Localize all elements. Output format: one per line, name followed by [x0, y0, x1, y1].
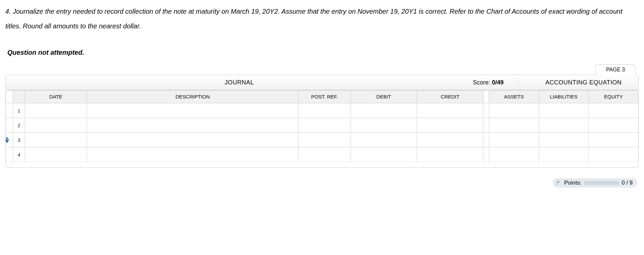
score-value: 0/49 [492, 79, 504, 86]
cell-liabilities[interactable] [539, 133, 589, 147]
cell-assets[interactable] [489, 103, 539, 118]
debit-input[interactable] [351, 133, 417, 147]
row-handle[interactable] [6, 147, 13, 162]
liabilities-input[interactable] [539, 148, 588, 162]
journal-table-container: DATE DESCRIPTION POST. REF. DEBIT CREDIT… [5, 90, 639, 168]
cell-assets[interactable] [489, 133, 539, 147]
liabilities-input[interactable] [539, 118, 588, 132]
cell-description[interactable] [87, 118, 298, 133]
debit-input[interactable] [351, 103, 417, 117]
cell-liabilities[interactable] [539, 118, 589, 133]
move-up-icon[interactable] [5, 137, 9, 140]
debit-input[interactable] [351, 148, 417, 162]
points-label: Points: [564, 180, 582, 186]
header-credit: CREDIT [417, 90, 483, 103]
description-input[interactable] [87, 133, 298, 147]
cell-liabilities[interactable] [539, 147, 589, 162]
assets-input[interactable] [489, 103, 538, 117]
cell-description[interactable] [87, 103, 298, 118]
date-input[interactable] [25, 118, 87, 132]
date-input[interactable] [25, 148, 87, 162]
cell-description[interactable] [87, 147, 298, 162]
row-number: 1 [13, 103, 25, 118]
cell-equity[interactable] [589, 118, 638, 133]
gap-cell [483, 103, 489, 118]
equity-input[interactable] [589, 103, 638, 117]
liabilities-input[interactable] [539, 133, 588, 147]
cell-equity[interactable] [589, 133, 638, 147]
cell-credit[interactable] [417, 118, 483, 133]
assets-input[interactable] [489, 133, 538, 147]
post_ref-input[interactable] [299, 118, 350, 132]
cell-date[interactable] [25, 118, 87, 133]
divider [518, 77, 518, 87]
accounting-equation-heading: ACCOUNTING EQUATION [532, 79, 635, 86]
post_ref-input[interactable] [299, 133, 350, 147]
liabilities-input[interactable] [539, 103, 588, 117]
credit-input[interactable] [417, 133, 483, 147]
attempt-status: Question not attempted. [5, 49, 639, 56]
cell-credit[interactable] [417, 103, 483, 118]
cell-date[interactable] [25, 133, 87, 147]
cell-description[interactable] [87, 133, 298, 147]
table-row: 4 [6, 147, 638, 162]
header-gap [483, 90, 489, 103]
cell-post_ref[interactable] [298, 103, 350, 118]
equity-input[interactable] [589, 118, 638, 132]
question-text: 4. Journalize the entry needed to record… [5, 4, 639, 33]
post_ref-input[interactable] [299, 148, 350, 162]
equity-input[interactable] [589, 148, 638, 162]
cell-equity[interactable] [589, 147, 638, 162]
credit-input[interactable] [417, 148, 483, 162]
gap-cell [483, 147, 489, 162]
description-input[interactable] [87, 118, 298, 132]
header-debit: DEBIT [351, 90, 417, 103]
header-assets: ASSETS [489, 90, 539, 103]
journal-title-bar: JOURNAL Score: 0/49 ACCOUNTING EQUATION [5, 75, 639, 90]
move-down-icon[interactable] [5, 140, 9, 143]
row-handle[interactable] [6, 103, 13, 118]
score-label: Score: [473, 79, 490, 86]
assets-input[interactable] [489, 118, 538, 132]
cell-post_ref[interactable] [298, 118, 350, 133]
header-description: DESCRIPTION [87, 90, 298, 103]
row-handle[interactable] [6, 133, 13, 147]
cell-debit[interactable] [351, 147, 417, 162]
table-row: 3 [6, 133, 638, 147]
credit-input[interactable] [417, 118, 483, 132]
header-liabilities: LIABILITIES [539, 90, 589, 103]
journal-table: DATE DESCRIPTION POST. REF. DEBIT CREDIT… [6, 90, 638, 162]
cell-post_ref[interactable] [298, 133, 350, 147]
cell-debit[interactable] [351, 118, 417, 133]
debit-input[interactable] [351, 118, 417, 132]
cell-credit[interactable] [417, 147, 483, 162]
cell-assets[interactable] [489, 147, 539, 162]
flag-icon[interactable] [556, 180, 561, 186]
cell-debit[interactable] [351, 133, 417, 147]
cell-equity[interactable] [589, 103, 638, 118]
row-handle[interactable] [6, 118, 13, 133]
cell-post_ref[interactable] [298, 147, 350, 162]
description-input[interactable] [87, 103, 298, 117]
score-display: Score: 0/49 [473, 79, 504, 86]
points-value: 0 / 9 [622, 180, 633, 186]
cell-assets[interactable] [489, 118, 539, 133]
page-tab[interactable]: PAGE 3 [596, 64, 635, 75]
cell-credit[interactable] [417, 133, 483, 147]
header-row: DATE DESCRIPTION POST. REF. DEBIT CREDIT… [6, 90, 638, 103]
cell-date[interactable] [25, 147, 87, 162]
cell-liabilities[interactable] [539, 103, 589, 118]
header-handle [6, 90, 13, 103]
post_ref-input[interactable] [299, 103, 350, 117]
row-number: 3 [13, 133, 25, 147]
cell-date[interactable] [25, 103, 87, 118]
date-input[interactable] [25, 133, 87, 147]
credit-input[interactable] [417, 103, 483, 117]
assets-input[interactable] [489, 148, 538, 162]
points-progress-bar [584, 181, 619, 185]
header-date: DATE [25, 90, 87, 103]
description-input[interactable] [87, 148, 298, 162]
equity-input[interactable] [589, 133, 638, 147]
date-input[interactable] [25, 103, 87, 117]
cell-debit[interactable] [351, 103, 417, 118]
